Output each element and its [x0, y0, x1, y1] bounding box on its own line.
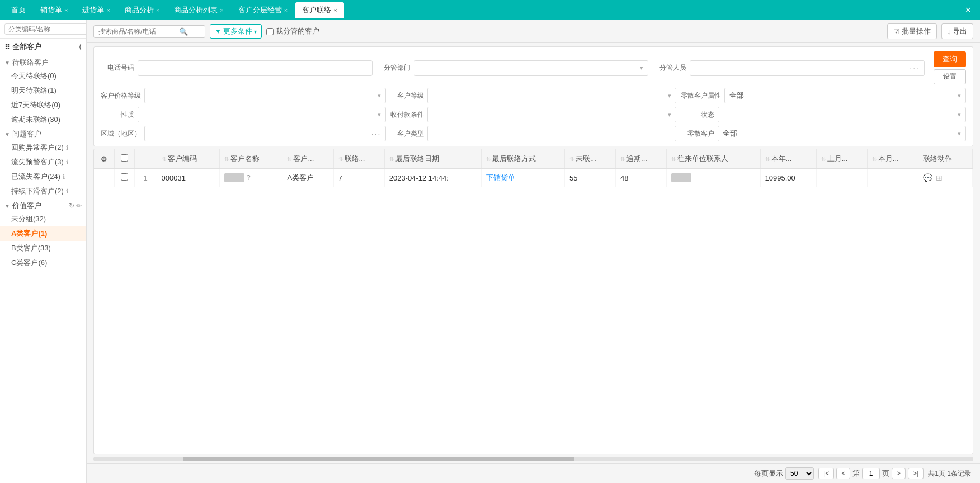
filter-phone-input[interactable]	[138, 60, 373, 76]
sidebar-item-7days[interactable]: 近7天待联络(0)	[0, 98, 86, 112]
main-search-input[interactable]	[98, 27, 177, 35]
nav-tab-analysis-list[interactable]: 商品分析列表 ×	[167, 2, 230, 18]
collapse-icon[interactable]: ⟨	[79, 43, 82, 51]
sidebar-item-churn-warning[interactable]: 流失预警客户(3) ℹ	[0, 155, 86, 169]
tab-customer-contact-label: 客户联络	[302, 5, 331, 15]
nav-tab-analysis[interactable]: 商品分析 ×	[118, 2, 166, 18]
filter-retail-input[interactable]: 全部 ▾	[718, 126, 966, 141]
sidebar-item-tomorrow[interactable]: 明天待联络(1)	[0, 83, 86, 98]
row-last-method[interactable]: 下销货单	[481, 169, 564, 187]
page-number-input[interactable]	[862, 468, 880, 479]
export-button[interactable]: ↓ 导出	[941, 23, 974, 39]
batch-op-button[interactable]: ☑ 批量操作	[887, 23, 937, 39]
my-customers-checkbox[interactable]	[266, 28, 274, 35]
tab-purchase-close[interactable]: ×	[106, 7, 110, 13]
col-last-month-label: 上月...	[827, 154, 848, 163]
nav-tab-purchase[interactable]: 进货单 ×	[76, 2, 116, 18]
next-page-button[interactable]: >	[892, 468, 906, 479]
main-search-icon[interactable]: 🔍	[179, 27, 188, 36]
filter-nature: 性质 ▾	[101, 107, 386, 122]
per-page-dropdown[interactable]: 50 100 200	[785, 467, 814, 480]
select-all-checkbox[interactable]	[121, 154, 128, 162]
tab-customer-contact-close[interactable]: ×	[333, 7, 337, 13]
home-label: 首页	[11, 5, 26, 15]
row-num: 1	[134, 169, 157, 187]
filter-person-input[interactable]: ···	[690, 60, 925, 76]
sidebar-item-declining[interactable]: 持续下滑客户(2) ℹ	[0, 184, 86, 198]
col-code[interactable]: ⇅客户编码	[157, 149, 219, 169]
more-filter-button[interactable]: ▼ 更多条件 ▾	[210, 24, 262, 39]
nav-tab-customer-contact[interactable]: 客户联络 ×	[295, 2, 343, 18]
col-checkbox[interactable]	[114, 149, 134, 169]
sidebar-item-b-class[interactable]: B类客户(33)	[0, 241, 86, 255]
qr-icon[interactable]: ⊞	[936, 173, 943, 182]
pending-arrow: ▼	[4, 60, 10, 66]
horizontal-scrollbar[interactable]	[93, 457, 973, 461]
scrollbar-thumb[interactable]	[183, 457, 574, 461]
query-button[interactable]: 查询	[934, 51, 966, 67]
col-settings[interactable]: ⚙	[94, 149, 114, 169]
page-of: 页	[882, 468, 889, 479]
col-contact[interactable]: ⇅联络...	[333, 149, 384, 169]
filter-retail-attr-value: 全部	[729, 91, 744, 101]
col-contact-label: 联络...	[345, 154, 365, 163]
filter-price-level-input[interactable]: ▾	[144, 88, 386, 103]
col-last-method[interactable]: ⇅最后联络方式	[481, 149, 564, 169]
message-icon[interactable]: 💬	[923, 173, 932, 182]
filter-status-input[interactable]: ▾	[718, 107, 966, 122]
tab-sales-close[interactable]: ×	[64, 7, 68, 13]
sidebar-item-b-class-label: B类客户(33)	[11, 243, 51, 253]
sidebar-search-input[interactable]	[4, 23, 87, 35]
nav-tab-sales[interactable]: 销货单 ×	[34, 2, 74, 18]
filter-customer-level-input[interactable]: ▾	[427, 88, 676, 103]
sidebar-item-a-class[interactable]: A类客户(1)	[0, 226, 86, 241]
filter-nature-input[interactable]: ▾	[138, 107, 386, 122]
col-last-month[interactable]: ⇅上月...	[816, 149, 867, 169]
row-checkbox[interactable]	[114, 169, 134, 187]
col-last-date[interactable]: ⇅最后联络日期	[384, 149, 481, 169]
filter-region-input[interactable]: ···	[144, 126, 386, 141]
last-page-button[interactable]: >|	[908, 468, 924, 479]
filter-btn-label: 更多条件	[223, 26, 252, 36]
col-type[interactable]: ⇅客户...	[282, 149, 333, 169]
col-this-month[interactable]: ⇅本月...	[867, 149, 918, 169]
sidebar-item-ungrouped[interactable]: 未分组(32)	[0, 212, 86, 226]
filter-payment-label: 收付款条件	[390, 110, 424, 120]
customer-table: ⚙ ⇅客户编码 ⇅客户名称 ⇅客户... ⇅联络... ⇅最后联络日期 ⇅最后联…	[94, 149, 973, 187]
info-icon-2: ℹ	[66, 159, 68, 166]
col-not-contacted[interactable]: ⇅未联...	[564, 149, 615, 169]
tab-analysis-close[interactable]: ×	[156, 7, 159, 13]
last-method-link[interactable]: 下销货单	[486, 173, 515, 182]
row-code[interactable]: 000031	[157, 169, 219, 187]
first-page-button[interactable]: |<	[818, 468, 834, 479]
col-overdue[interactable]: ⇅逾期...	[616, 149, 667, 169]
sidebar-item-overdue[interactable]: 逾期未联络(30)	[0, 112, 86, 127]
sidebar-item-c-class[interactable]: C类客户(6)	[0, 255, 86, 270]
nav-tab-home[interactable]: 首页	[4, 2, 32, 18]
settings-button[interactable]: 设置	[934, 69, 966, 84]
all-customers-header[interactable]: ⠿ 全部客户 ⟨	[0, 39, 86, 55]
filter-region: 区域（地区） ···	[101, 126, 386, 141]
table-row: 1 000031 ? A类客户 7 2023-04-12 14:44: 下销货单…	[94, 169, 973, 187]
sidebar-item-repurchase-label: 回购异常客户(2)	[11, 143, 64, 153]
col-unit-contact[interactable]: ⇅往来单位联系人	[667, 149, 760, 169]
filter-payment-input[interactable]: ▾	[427, 107, 676, 122]
prev-page-button[interactable]: <	[836, 468, 850, 479]
filter-dept-input[interactable]: ▾	[414, 60, 649, 76]
window-close-button[interactable]: ×	[960, 4, 976, 16]
filter-retail-attr-input[interactable]: 全部 ▾	[724, 88, 966, 103]
col-this-year[interactable]: ⇅本年...	[760, 149, 816, 169]
tab-customer-mgmt-close[interactable]: ×	[284, 7, 288, 13]
sidebar-item-today[interactable]: 今天待联络(0)	[0, 69, 86, 83]
filter-customer-type-input[interactable]	[427, 126, 676, 141]
row-select-checkbox[interactable]	[121, 173, 128, 181]
sidebar-item-repurchase[interactable]: 回购异常客户(2) ℹ	[0, 140, 86, 155]
export-icon: ↓	[948, 27, 951, 36]
value-customers-section: ▼ 价值客户 ↻ ✏	[0, 198, 86, 212]
row-name-extra: ?	[247, 173, 251, 182]
nav-tab-customer-mgmt[interactable]: 客户分层经营 ×	[232, 2, 294, 18]
col-name[interactable]: ⇅客户名称	[219, 149, 282, 169]
sidebar-item-churned[interactable]: 已流失客户(24) ℹ	[0, 169, 86, 184]
my-customers-checkbox-area[interactable]: 我分管的客户	[266, 26, 319, 36]
tab-analysis-list-close[interactable]: ×	[220, 7, 223, 13]
